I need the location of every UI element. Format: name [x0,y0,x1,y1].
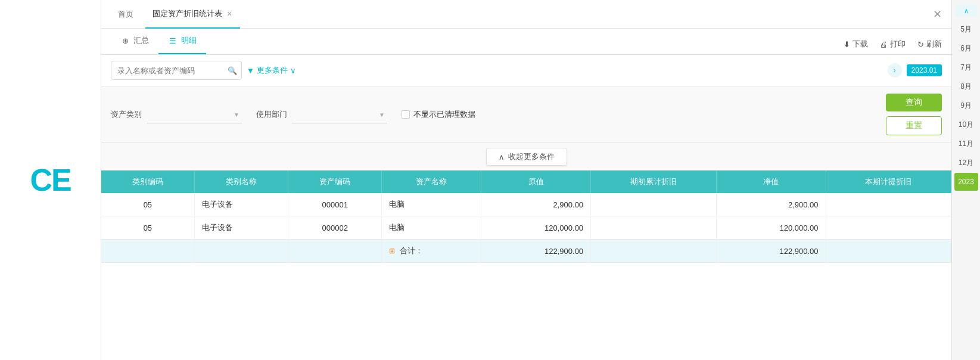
sidebar-month-5[interactable]: 5月 [954,20,978,38]
tab-summary[interactable]: ⊕ 汇总 [111,28,158,54]
logo-area: CE [0,0,101,360]
tab-summary-label: 汇总 [133,35,149,46]
row2-asset-name: 电脑 [382,216,481,240]
data-table: 类别编码 类别名称 资产编码 资产名称 原值 期初累计折旧 净值 本期计提折旧 … [101,170,951,263]
row2-accumulated-dep [591,216,716,240]
row1-category-name: 电子设备 [194,193,288,216]
subtotal-net-value: 122,900.00 [716,240,826,263]
exclude-cleared-checkbox[interactable]: 不显示已清理数据 [402,109,475,120]
print-label: 打印 [890,39,906,49]
sidebar-month-6[interactable]: 6月 [954,39,978,57]
asset-category-field: 资产类别 ▼ [111,105,242,123]
date-badge: 2023.01 [907,64,942,76]
collapse-button[interactable]: ∧ 收起更多条件 [486,148,567,166]
layers-icon: ⊕ [120,36,130,45]
table-row: 05 电子设备 000002 电脑 120,000.00 120,000.00 [101,216,951,240]
nav-home[interactable]: 首页 [111,0,141,29]
collapse-up-icon: ∧ [499,153,505,162]
search-input[interactable] [111,61,242,80]
refresh-label: 刷新 [926,39,942,49]
main-area: 首页 固定资产折旧统计表 × ✕ ⊕ 汇总 ☰ 明细 ⬇ 下载 🖨 打印 [101,0,951,360]
collapse-row: ∧ 收起更多条件 [101,143,951,170]
search-wrap: 🔍 [111,61,242,80]
col-category-name: 类别名称 [194,170,288,193]
asset-category-select-wrap: ▼ [147,105,242,123]
row2-net-value: 120,000.00 [716,216,826,240]
subtotal-accumulated-dep [591,240,716,263]
row1-category-code: 05 [101,193,194,216]
reset-button[interactable]: 重置 [886,116,942,135]
checkbox-box [402,110,410,119]
query-button[interactable]: 查询 [886,94,942,111]
asset-category-label: 资产类别 [111,109,142,120]
window-close-button[interactable]: ✕ [933,8,942,21]
col-asset-name: 资产名称 [382,170,481,193]
print-button[interactable]: 🖨 打印 [880,39,906,49]
tabs-row: ⊕ 汇总 ☰ 明细 ⬇ 下载 🖨 打印 ↻ 刷新 [101,29,951,55]
list-icon: ☰ [168,36,178,45]
print-icon: 🖨 [880,40,888,49]
sidebar-month-11[interactable]: 11月 [954,135,978,153]
row2-original-value: 120,000.00 [481,216,591,240]
row2-current-dep [826,216,951,240]
nav-active-tab[interactable]: 固定资产折旧统计表 × [145,0,240,29]
row1-net-value: 2,900.00 [716,193,826,216]
toolbar-right: ⬇ 下载 🖨 打印 ↻ 刷新 [844,39,942,54]
filter-area: 🔍 ▼ 更多条件 ∨ › 2023.01 [101,55,951,86]
row1-current-dep [826,193,951,216]
subtotal-original-value: 122,900.00 [481,240,591,263]
download-icon: ⬇ [844,40,850,49]
download-label: 下载 [853,39,868,49]
col-asset-code: 资产编码 [288,170,382,193]
close-tab-button[interactable]: × [226,9,233,18]
more-conditions-button[interactable]: ▼ 更多条件 ∨ [247,65,296,76]
refresh-icon: ↻ [917,40,924,49]
col-current-depreciation: 本期计提折旧 [826,170,951,193]
sidebar-month-10[interactable]: 10月 [954,116,978,134]
sidebar-month-7[interactable]: 7月 [954,58,978,76]
refresh-button[interactable]: ↻ 刷新 [917,39,942,49]
row1-asset-code: 000001 [288,193,382,216]
row2-category-code: 05 [101,216,194,240]
expand-sidebar-button[interactable]: › [888,63,902,77]
logo-text: CE [30,165,70,195]
top-nav: 首页 固定资产折旧统计表 × ✕ [101,0,951,29]
filter-icon: ▼ [247,66,254,75]
extended-filter: 资产类别 ▼ 使用部门 ▼ 不显示已清理数据 查询 重置 [101,86,951,143]
table-row: 05 电子设备 000001 电脑 2,900.00 2,900.00 [101,193,951,216]
row1-asset-name: 电脑 [382,193,481,216]
subtotal-row: ⊞ 合计： 122,900.00 122,900.00 [101,240,951,263]
department-select-wrap: ▼ [292,105,387,123]
asset-category-select[interactable] [147,105,242,123]
right-sidebar: ∧ 5月 6月 7月 8月 9月 10月 11月 12月 2023 [951,0,980,360]
table-area: 类别编码 类别名称 资产编码 资产名称 原值 期初累计折旧 净值 本期计提折旧 … [101,170,951,360]
filter-actions: 查询 重置 [886,94,942,135]
sidebar-year-badge[interactable]: 2023 [954,173,978,191]
chevron-down-icon: ∨ [290,66,296,75]
tab-detail[interactable]: ☰ 明细 [158,28,206,54]
col-category-code: 类别编码 [101,170,194,193]
exclude-cleared-label: 不显示已清理数据 [413,109,475,120]
collapse-label: 收起更多条件 [508,151,555,162]
row2-asset-code: 000002 [288,216,382,240]
download-button[interactable]: ⬇ 下载 [844,39,868,49]
col-net-value: 净值 [716,170,826,193]
sidebar-up-button[interactable]: ∧ [956,5,977,17]
sidebar-month-8[interactable]: 8月 [954,77,978,95]
more-conditions-label: 更多条件 [257,65,288,76]
department-select[interactable] [292,105,387,123]
tab-detail-label: 明细 [181,35,197,46]
row1-original-value: 2,900.00 [481,193,591,216]
row2-category-name: 电子设备 [194,216,288,240]
subtotal-icon: ⊞ [389,247,395,255]
subtotal-current-dep [826,240,951,263]
col-original-value: 原值 [481,170,591,193]
sidebar-month-12[interactable]: 12月 [954,154,978,172]
row1-accumulated-dep [591,193,716,216]
department-label: 使用部门 [256,109,287,120]
col-accumulated-depreciation: 期初累计折旧 [591,170,716,193]
table-header-row: 类别编码 类别名称 资产编码 资产名称 原值 期初累计折旧 净值 本期计提折旧 [101,170,951,193]
subtotal-label: 合计： [400,246,423,255]
sidebar-month-9[interactable]: 9月 [954,97,978,114]
department-field: 使用部门 ▼ [256,105,387,123]
